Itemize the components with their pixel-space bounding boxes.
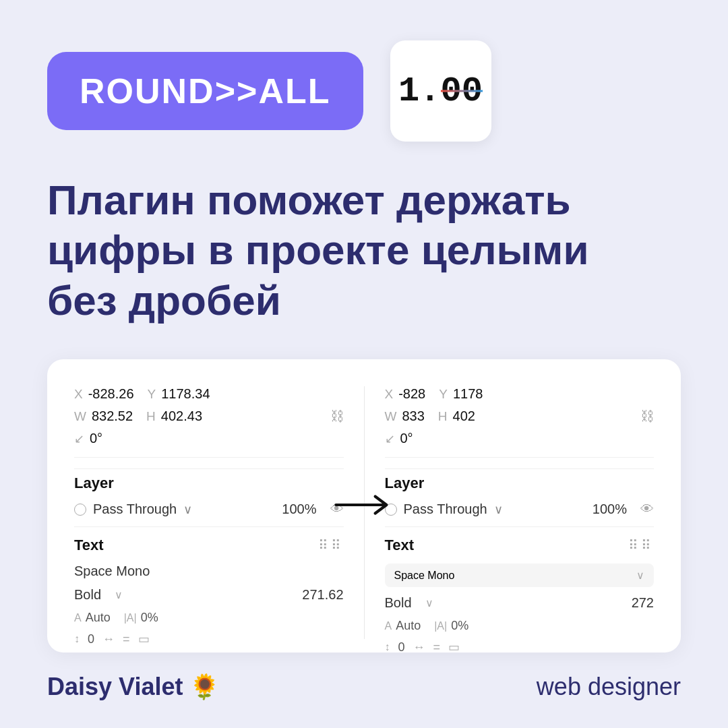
before-layer-pct: 100% [282, 502, 316, 517]
before-w-value: 832.52 [92, 408, 133, 424]
version-main: 1. [398, 71, 440, 111]
before-size-row: W 832.52 H 402.43 ⛓ [74, 408, 344, 424]
before-y-value: 1178.34 [161, 386, 210, 402]
before-bottom-arrow-icon: ↔ [102, 632, 115, 646]
after-w-label: W [385, 409, 397, 424]
before-bottom-box-icon: ▭ [138, 632, 150, 646]
after-size-row: W 833 H 402 ⛓ [385, 408, 655, 424]
before-text-auto: A Auto [74, 611, 111, 625]
arrow-container [330, 488, 398, 524]
version-badge: 1.00 [390, 40, 491, 142]
headline: Плагин поможет держать цифры в проекте ц… [47, 175, 600, 326]
before-text-spacing: |A| 0% [124, 611, 158, 625]
page-wrapper: ROUND>>ALL 1.00 Плагин поможет держать ц… [0, 0, 728, 728]
before-bottom-row: ↕ 0 ↔ = ▭ [74, 632, 344, 646]
before-x-label: X [74, 387, 83, 402]
after-layer-title: Layer [385, 468, 655, 492]
after-text-details: A Auto |A| 0% [385, 619, 655, 633]
after-font-style: Bold [385, 595, 412, 611]
after-bottom-arrow-icon: ↔ [413, 640, 425, 653]
after-spacing-value: 0% [451, 619, 468, 633]
before-w: W 832.52 [74, 408, 133, 424]
after-chain-icon: ⛓ [640, 408, 654, 424]
after-text-header: Text ⠿⠿ [385, 537, 655, 554]
logo-all: ALL [258, 71, 330, 111]
after-h-value: 402 [453, 408, 475, 424]
after-angle-value: 0° [400, 431, 413, 446]
before-layer-circle [74, 504, 86, 516]
after-font-name-dropdown[interactable]: Space Mono ∨ [385, 564, 655, 587]
after-auto-icon: A [385, 620, 392, 632]
before-coord-row-xy: X -828.26 Y 1178.34 [74, 386, 344, 402]
after-angle-row: ↙ 0° [385, 431, 655, 458]
before-bottom-eq-icon: = [123, 632, 130, 646]
before-layer-title: Layer [74, 468, 344, 492]
before-spacing-value: 0% [141, 611, 158, 625]
before-text-details: A Auto |A| 0% [74, 611, 344, 625]
before-font-style-row: Bold ∨ 271.62 [74, 587, 344, 603]
version-number: 1.00 [398, 71, 483, 111]
before-layer-row: Pass Through ∨ 100% 👁 [74, 502, 344, 527]
before-bottom-val: 0 [88, 632, 94, 646]
after-text-auto: A Auto [385, 619, 421, 633]
after-layer-dropdown-icon: ∨ [494, 502, 503, 517]
after-x-value: -828 [398, 386, 425, 402]
before-chain-icon: ⛓ [330, 408, 344, 424]
after-layer-eye-icon: 👁 [640, 502, 654, 517]
after-w-value: 833 [402, 408, 424, 424]
after-spacing-icon: |A| [434, 620, 447, 632]
after-bottom-val: 0 [398, 640, 405, 653]
after-font-name: Space Mono [394, 570, 455, 582]
header-row: ROUND>>ALL 1.00 [47, 40, 681, 142]
logo-text: ROUND>>ALL [80, 71, 331, 111]
after-y-label: Y [439, 387, 448, 402]
after-angle-icon: ↙ [385, 431, 395, 446]
before-x-value: -828.26 [88, 386, 134, 402]
after-bottom-box-icon: ▭ [448, 640, 460, 653]
after-font-style-row: Bold ∨ 272 [385, 595, 655, 611]
after-text-spacing: |A| 0% [434, 619, 468, 633]
before-bottom-icon: ↕ [74, 633, 80, 645]
after-x-label: X [385, 387, 394, 402]
after-auto-label: Auto [396, 619, 421, 633]
before-font-name: Space Mono [74, 564, 344, 579]
before-y: Y 1178.34 [148, 386, 210, 402]
after-layer-pct: 100% [593, 502, 627, 517]
after-bottom-row: ↕ 0 ↔ = ▭ [385, 640, 655, 653]
before-auto-icon: A [74, 612, 82, 624]
before-panel: X -828.26 Y 1178.34 W 832.52 H 402.43 ⛓ [74, 386, 344, 646]
after-bottom-eq-icon: = [433, 640, 441, 653]
logo-round: ROUND [80, 71, 215, 111]
before-text-header: Text ⠿⠿ [74, 537, 344, 554]
before-angle-value: 0° [90, 431, 102, 446]
before-font-style-caret: ∨ [115, 588, 123, 601]
after-panel: X -828 Y 1178 W 833 H 402 ⛓ [385, 386, 655, 653]
footer-role: web designer [537, 673, 681, 701]
before-w-label: W [74, 409, 86, 424]
after-text-title: Text [385, 537, 415, 554]
after-w: W 833 [385, 408, 425, 424]
before-text-dots: ⠿⠿ [318, 537, 344, 553]
footer: Daisy Vialet 🌻 web designer [47, 653, 681, 701]
before-x: X -828.26 [74, 386, 134, 402]
before-y-label: Y [148, 387, 156, 402]
before-auto-label: Auto [86, 611, 111, 625]
after-font-dropdown-caret: ∨ [636, 569, 644, 582]
arrow-icon [330, 488, 398, 522]
after-layer-mode: Pass Through [404, 502, 487, 517]
before-angle-row: ↙ 0° [74, 431, 344, 458]
before-h-value: 402.43 [161, 408, 202, 424]
before-layer-mode: Pass Through [93, 502, 177, 517]
after-text-dots: ⠿⠿ [628, 537, 654, 553]
before-h: H 402.43 [146, 408, 202, 424]
footer-author: Daisy Vialet 🌻 [47, 673, 220, 701]
after-h-label: H [438, 409, 448, 424]
after-y-value: 1178 [453, 386, 483, 402]
version-decimals: 00 [441, 71, 483, 111]
after-layer-row: Pass Through ∨ 100% 👁 [385, 502, 655, 527]
before-font-size: 271.62 [302, 587, 343, 603]
before-font-style: Bold [74, 587, 101, 603]
after-y: Y 1178 [439, 386, 483, 402]
before-angle-icon: ↙ [74, 431, 84, 446]
after-h: H 402 [438, 408, 475, 424]
